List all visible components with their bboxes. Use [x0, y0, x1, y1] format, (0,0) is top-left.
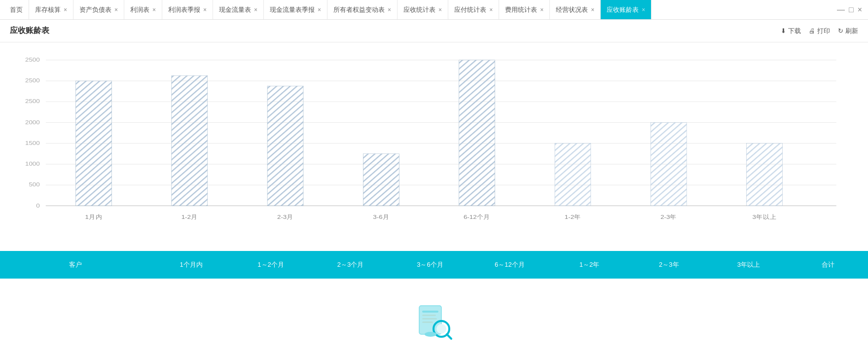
page-actions: ⬇ 下载 🖨 打印 ↻ 刷新 — [781, 27, 858, 36]
tab-expense-stats[interactable]: 费用统计表× — [499, 0, 550, 20]
tab-cash-flow[interactable]: 现金流量表× — [213, 0, 264, 20]
tab-home[interactable]: 首页 — [4, 0, 29, 20]
svg-point-41 — [436, 324, 446, 334]
svg-rect-29 — [555, 143, 591, 206]
svg-rect-19 — [76, 81, 112, 206]
svg-text:2500: 2500 — [25, 77, 40, 84]
tab-close-cash-flow-quarterly[interactable]: × — [318, 6, 321, 13]
tab-close-balance-sheet[interactable]: × — [114, 6, 118, 13]
print-button[interactable]: 🖨 打印 — [809, 27, 830, 36]
bar-chart: 2500 2500 2500 2000 1500 1000 500 0 — [10, 52, 848, 240]
table-header: 客户1个月内1～2个月2～3个月3～6个月6～12个月1～2年2～3年3年以上合… — [0, 251, 868, 279]
svg-text:3-6月: 3-6月 — [373, 214, 389, 220]
tab-profit-quarterly[interactable]: 利润表季报× — [162, 0, 213, 20]
table-col-1: 1个月内 — [151, 260, 231, 269]
svg-text:1000: 1000 — [25, 161, 40, 167]
table-col-8: 3年以上 — [709, 260, 788, 269]
tab-close-ar-aging[interactable]: × — [642, 6, 645, 13]
refresh-button[interactable]: ↻ 刷新 — [838, 27, 858, 36]
table-col-4: 3～6个月 — [390, 260, 470, 269]
table-col-5: 6～12个月 — [470, 260, 549, 269]
page-header: 应收账龄表 ⬇ 下载 🖨 打印 ↻ 刷新 — [0, 20, 868, 42]
tab-close-inventory[interactable]: × — [64, 6, 67, 13]
main-content: 2500 2500 2500 2000 1500 1000 500 0 — [0, 42, 868, 355]
table-col-0: 客户 — [0, 260, 151, 269]
tab-close-profit[interactable]: × — [152, 6, 156, 13]
tab-inventory[interactable]: 库存核算× — [29, 0, 73, 20]
table-col-3: 2～3个月 — [311, 260, 390, 269]
svg-text:2-3月: 2-3月 — [277, 214, 293, 220]
svg-text:2-3年: 2-3年 — [660, 214, 677, 220]
tab-ar-stats[interactable]: 应收统计表× — [398, 0, 448, 20]
tab-balance-sheet[interactable]: 资产负债表× — [73, 0, 124, 20]
tab-close-ap-stats[interactable]: × — [489, 6, 493, 13]
svg-rect-31 — [651, 123, 687, 206]
table-col-6: 1～2年 — [549, 260, 629, 269]
maximize-button[interactable]: □ — [849, 5, 854, 14]
svg-rect-27 — [459, 60, 495, 206]
refresh-icon: ↻ — [838, 27, 843, 35]
tab-close-expense-stats[interactable]: × — [540, 6, 543, 13]
svg-text:500: 500 — [29, 181, 39, 188]
tab-ap-stats[interactable]: 应付统计表× — [448, 0, 499, 20]
tab-close-operations[interactable]: × — [591, 6, 594, 13]
tab-equity-changes[interactable]: 所有者权益变动表× — [327, 0, 398, 20]
tab-close-equity-changes[interactable]: × — [388, 6, 391, 13]
print-label: 打印 — [817, 27, 830, 36]
svg-rect-37 — [422, 315, 436, 316]
tab-operations[interactable]: 经营状况表× — [550, 0, 601, 20]
print-icon: 🖨 — [809, 27, 815, 35]
download-icon: ⬇ — [781, 27, 786, 35]
svg-text:1-2月: 1-2月 — [181, 214, 198, 220]
svg-text:2500: 2500 — [25, 98, 40, 105]
svg-text:2000: 2000 — [25, 119, 40, 125]
svg-text:6-12个月: 6-12个月 — [464, 214, 490, 220]
tab-ar-aging[interactable]: 应收账龄表× — [601, 0, 651, 20]
svg-rect-38 — [422, 318, 437, 320]
svg-rect-25 — [363, 154, 399, 206]
svg-text:3年以上: 3年以上 — [752, 214, 776, 220]
svg-line-42 — [447, 334, 451, 339]
refresh-label: 刷新 — [845, 27, 858, 36]
empty-state — [0, 279, 868, 355]
download-label: 下载 — [788, 27, 801, 36]
svg-rect-33 — [747, 143, 783, 206]
svg-point-43 — [425, 332, 436, 337]
tab-bar: 首页库存核算×资产负债表×利润表×利润表季报×现金流量表×现金流量表季报×所有者… — [0, 0, 868, 20]
page-title: 应收账龄表 — [10, 26, 49, 36]
empty-icon — [409, 298, 459, 348]
svg-rect-21 — [172, 76, 208, 206]
table-col-2: 1～2个月 — [231, 260, 310, 269]
close-button[interactable]: × — [858, 5, 862, 14]
svg-rect-23 — [267, 86, 303, 206]
svg-rect-39 — [422, 321, 433, 323]
svg-rect-36 — [422, 311, 438, 313]
svg-text:2500: 2500 — [25, 57, 40, 63]
minimize-button[interactable]: — — [837, 5, 845, 14]
tab-profit[interactable]: 利润表× — [124, 0, 162, 20]
download-button[interactable]: ⬇ 下载 — [781, 27, 801, 36]
tab-close-ar-stats[interactable]: × — [438, 6, 442, 13]
table-col-9: 合计 — [789, 260, 868, 269]
svg-text:1-2年: 1-2年 — [565, 214, 581, 220]
tab-close-profit-quarterly[interactable]: × — [203, 6, 207, 13]
chart-area: 2500 2500 2500 2000 1500 1000 500 0 — [0, 42, 868, 251]
tab-close-cash-flow[interactable]: × — [254, 6, 257, 13]
table-col-7: 2～3年 — [629, 260, 709, 269]
svg-text:1月内: 1月内 — [85, 214, 102, 220]
tab-cash-flow-quarterly[interactable]: 现金流量表季报× — [264, 0, 327, 20]
svg-text:0: 0 — [36, 202, 39, 209]
svg-text:1500: 1500 — [25, 140, 40, 146]
window-actions: — □ × — [837, 5, 864, 14]
